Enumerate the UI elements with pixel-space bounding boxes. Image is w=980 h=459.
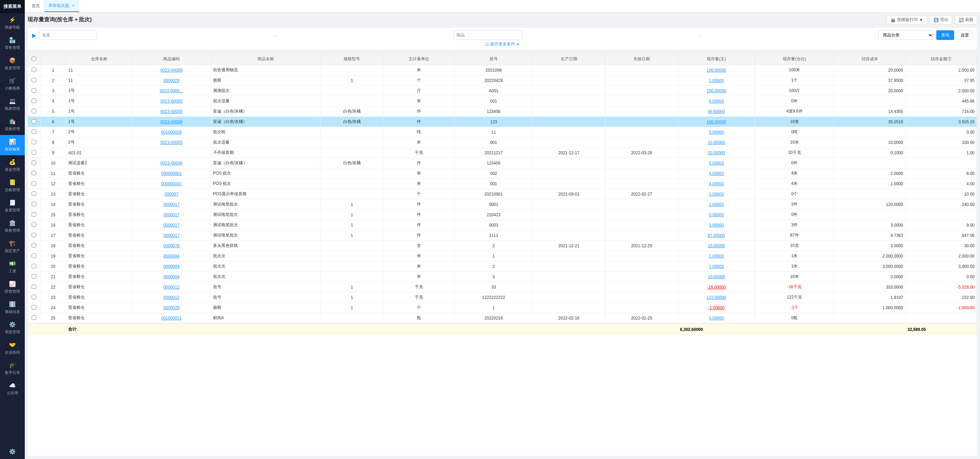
table-row[interactable]: 17 晋省粮仓 0000017 测试电笔批次 1 件 1111 87.00000… <box>28 230 977 241</box>
sidebar-item-tax[interactable]: 🏛️ 税务管理 <box>0 216 25 237</box>
row-checkbox-cell[interactable] <box>28 210 40 220</box>
row-checkbox[interactable] <box>32 191 36 196</box>
row-code[interactable]: 0000084 <box>132 261 211 272</box>
row-checkbox-cell[interactable] <box>28 241 40 251</box>
row-qty-main[interactable]: -16.00000 <box>678 282 754 292</box>
table-row[interactable]: 23 晋省粮仓 0000012 批号 1 千克 1222222222 122.0… <box>28 292 977 303</box>
sidebar-logo[interactable]: 搜索菜单 <box>0 0 25 13</box>
table-row[interactable]: 1 11 0023-00009 软饮通用物流 米 2021098 100.000… <box>28 65 977 75</box>
row-qty-main[interactable]: 4.00000 <box>678 179 754 189</box>
filter-dots-2[interactable]: ... <box>525 33 876 38</box>
row-checkbox-cell[interactable] <box>28 65 40 75</box>
row-code[interactable]: 0023-00009 <box>132 65 211 75</box>
row-code[interactable]: 001000031 <box>132 313 211 324</box>
row-code[interactable]: 0023-00005 <box>132 107 211 117</box>
row-code[interactable]: 0000012 <box>132 292 211 303</box>
row-checkbox-cell[interactable] <box>28 179 40 189</box>
row-checkbox[interactable] <box>32 140 36 144</box>
sidebar-item-retail[interactable]: 🏪 零售管理 <box>0 33 25 54</box>
table-row[interactable]: 3 1号 0023-0000... 测测批次 斤 A001 100.00000 … <box>28 86 977 96</box>
row-checkbox[interactable] <box>32 88 36 92</box>
row-qty-main[interactable]: 0.00000 <box>678 96 754 107</box>
row-checkbox[interactable] <box>32 161 36 165</box>
row-code[interactable] <box>132 148 211 158</box>
row-checkbox-cell[interactable] <box>28 220 40 230</box>
tab-inventory-batch[interactable]: 库存批次盘 ✕ <box>45 0 79 12</box>
sidebar-item-sys-mgmt[interactable]: ⚙️ 系统管理 <box>0 318 25 338</box>
row-code[interactable]: 001000026 <box>132 127 211 137</box>
table-row[interactable]: 18 晋省粮仓 0000078 多头黑色软线 支 2 2021-12-21 20… <box>28 241 977 251</box>
sidebar-item-guide[interactable]: 🎓 新手引导 <box>0 359 25 379</box>
row-checkbox[interactable] <box>32 253 36 258</box>
row-checkbox-cell[interactable] <box>28 75 40 86</box>
table-row[interactable]: 11 晋省粮仓 000900001 POS 批次 米 002 4.00000 4… <box>28 168 977 179</box>
row-checkbox[interactable] <box>32 284 36 289</box>
table-row[interactable]: 6 1号 0023-00008 富诚（白色/灰橘） 白色/灰橘 件 123 10… <box>28 117 977 127</box>
row-checkbox[interactable] <box>32 99 36 103</box>
row-code[interactable]: 0000017 <box>132 230 211 241</box>
table-row[interactable]: 5 1号 0023-00005 富诚（白色/灰橘） 白色/灰橘 件 123456… <box>28 107 977 117</box>
row-checkbox-cell[interactable] <box>28 127 40 137</box>
row-checkbox-cell[interactable] <box>28 282 40 292</box>
row-code[interactable]: 000900001 <box>132 179 211 189</box>
table-row[interactable]: 20 晋省粮仓 0000084 批次次 米 2 1.00000 1米 3,000… <box>28 261 977 272</box>
row-qty-main[interactable]: 10.00000 <box>678 272 754 282</box>
row-qty-main[interactable]: 0.00000 <box>678 189 754 199</box>
settings-button[interactable]: 设置 <box>957 30 973 40</box>
table-row[interactable]: 2 11 0000029 旗斯 1 个 20220429 1.00000 1个 … <box>28 75 977 86</box>
row-checkbox[interactable] <box>32 295 36 299</box>
table-row[interactable]: 10 测试适量2 0023-00008 富诚（白色/灰橘） 白色/灰橘 件 12… <box>28 158 977 168</box>
table-row[interactable]: 21 晋省粮仓 0000084 批次次 米 3 10.00000 10米 0.0… <box>28 272 977 282</box>
sidebar-item-quick-nav[interactable]: ⚡ 快捷导航 <box>0 13 25 33</box>
row-qty-main[interactable]: -1.00000 <box>678 303 754 313</box>
table-row[interactable]: 25 晋省粮仓 001000031 鲜肉A 瓶 20220216 2022-02… <box>28 313 977 324</box>
table-row[interactable]: 19 晋省粮仓 0000084 批次次 米 1 1.00000 1米 2,000… <box>28 251 977 261</box>
row-checkbox[interactable] <box>32 316 36 320</box>
row-code[interactable]: 0000012 <box>132 282 211 292</box>
print-button[interactable]: 🖨️ 按模版打印 ▼ <box>887 15 927 24</box>
table-container[interactable]: 仓库名称 商品编码 商品名称 规格型号 主计量单位 批号 生产日期 失效日期 现… <box>27 53 977 456</box>
row-code[interactable]: 000097 <box>132 189 211 199</box>
row-checkbox-cell[interactable] <box>28 137 40 148</box>
sidebar-item-payroll[interactable]: 💵 工资 <box>0 257 25 277</box>
row-checkbox[interactable] <box>32 78 36 82</box>
row-code[interactable]: 000900001 <box>132 168 211 179</box>
row-qty-main[interactable]: 0.00000 <box>678 127 754 137</box>
filter-arrow-icon[interactable]: ▶ <box>32 32 36 38</box>
sidebar-item-settings[interactable]: ⚙️ <box>0 445 25 459</box>
row-qty-main[interactable]: 100.00000 <box>678 117 754 127</box>
row-checkbox[interactable] <box>32 233 36 237</box>
row-qty-main[interactable]: 1.00000 <box>678 251 754 261</box>
row-code[interactable]: 0000029 <box>132 75 211 86</box>
refresh-button[interactable]: 🔄 刷新 <box>955 15 977 24</box>
row-checkbox-cell[interactable] <box>28 272 40 282</box>
row-checkbox[interactable] <box>32 171 36 175</box>
table-row[interactable]: 8 2号 0023-00005 批次适量 米 001 10.00000 10米 … <box>28 137 977 148</box>
row-code[interactable]: 0000084 <box>132 251 211 261</box>
row-code[interactable]: 0000078 <box>132 241 211 251</box>
sidebar-item-finance[interactable]: 💰 资金管理 <box>0 155 25 175</box>
row-qty-main[interactable]: 2.00000 <box>678 199 754 210</box>
row-checkbox-cell[interactable] <box>28 148 40 158</box>
row-checkbox[interactable] <box>32 150 36 155</box>
select-all-checkbox[interactable] <box>32 56 36 61</box>
row-checkbox-cell[interactable] <box>28 303 40 313</box>
row-checkbox[interactable] <box>32 119 36 124</box>
row-qty-main[interactable]: 10.00000 <box>678 148 754 158</box>
row-checkbox-cell[interactable] <box>28 230 40 241</box>
product-filter-input[interactable] <box>453 30 522 40</box>
row-qty-main[interactable]: 49.60000 <box>678 107 754 117</box>
sidebar-item-ecom[interactable]: 💻 电商管理 <box>0 94 25 115</box>
row-qty-main[interactable]: 1.00000 <box>678 261 754 272</box>
export-button[interactable]: ⬇️ 导出 <box>930 15 952 24</box>
table-row[interactable]: 12 晋省粮仓 000900001 POS 批次 米 001 4.00000 4… <box>28 179 977 189</box>
row-qty-main[interactable]: 0.00000 <box>678 158 754 168</box>
row-checkbox[interactable] <box>32 67 36 72</box>
table-row[interactable]: 16 晋省粮仓 0000017 测试电笔批次 1 件 0003 3.00000 … <box>28 220 977 230</box>
row-code[interactable]: 0000029 <box>132 303 211 313</box>
row-qty-main[interactable]: 1.00000 <box>678 75 754 86</box>
row-checkbox-cell[interactable] <box>28 96 40 107</box>
row-checkbox-cell[interactable] <box>28 117 40 127</box>
table-row[interactable]: 15 晋省粮仓 0000017 测试电笔批次 1 件 210423 0.0000… <box>28 210 977 220</box>
row-code[interactable]: 0023-00008 <box>132 158 211 168</box>
